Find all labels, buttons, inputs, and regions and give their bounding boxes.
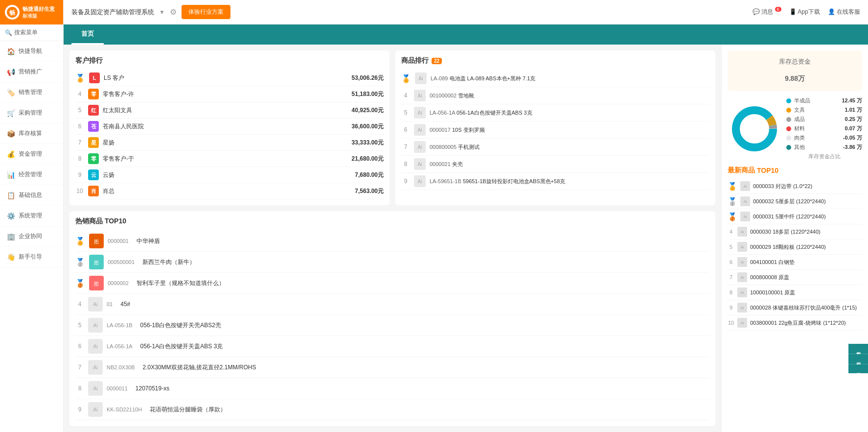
product-info: LA-59651-1B 59651-1B旋转投影灯电池盒ABS黑色+58克 xyxy=(430,178,709,185)
legend-item: 肉类 -0.05 万 xyxy=(786,134,862,142)
sidebar-item-finance[interactable]: 💰 资金管理 xyxy=(0,144,63,165)
app-download[interactable]: 📱 App下载 xyxy=(789,8,820,16)
hot-product-image: 图 xyxy=(89,234,104,248)
customer-badge: 红 xyxy=(88,105,99,116)
svg-text:图: 图 xyxy=(94,281,99,287)
legend-dot xyxy=(786,108,791,113)
ranking-item: 9 云 云扬 7,680.00元 xyxy=(75,167,384,183)
sales-icon: 🏷️ xyxy=(7,89,15,96)
product-item: 5 Ai LA-056-1A 056-1A白色按键开关盖ABS 3克 xyxy=(401,104,709,121)
sidebar-logo: 畅 畅捷通好生意 标准版 xyxy=(0,0,63,24)
product-info: 000800005 手机测试 xyxy=(430,144,709,151)
new-product-image: Ai xyxy=(740,196,750,206)
guide-icon: 👋 xyxy=(7,253,15,261)
product-info: LA-056-1A 056-1A白色按键开关盖ABS 3克 xyxy=(430,109,709,117)
sidebar-item-sales[interactable]: 🏷️ 销售管理 xyxy=(0,82,63,103)
search-icon: 🔍 xyxy=(5,29,12,36)
sidebar-item-quick-nav[interactable]: 🏠 快捷导航 xyxy=(0,41,63,62)
system-name: 装备及固定资产辅助管理系统 xyxy=(71,8,154,17)
hot-products-title: 热销商品 TOP10 xyxy=(75,217,709,226)
legend-dot xyxy=(786,136,791,141)
new-products-title: 最新商品 TOP10 xyxy=(728,166,862,175)
float-live-chat[interactable]: 直播 xyxy=(848,364,868,373)
customer-ranking-panel: 客户排行 🏅 L LS 客户 53,006.26元 4 零 零售客户-许 xyxy=(69,50,389,205)
legend-dot xyxy=(786,126,791,131)
inventory-value: 9.88万 xyxy=(734,69,855,84)
medal-icon: 🥈 xyxy=(75,258,85,267)
sidebar-search[interactable]: 🔍 搜索菜单 xyxy=(0,24,63,41)
sidebar-item-enterprise[interactable]: 🏢 企业协同 xyxy=(0,226,63,247)
customer-badge: 苍 xyxy=(88,121,99,132)
hot-product-item: 🥈 图 000500001 新西兰牛肉（新牛） xyxy=(75,252,709,273)
gear-icon[interactable]: ⚙ xyxy=(170,7,177,17)
sidebar-item-operations[interactable]: 📊 经营管理 xyxy=(0,165,63,185)
ranking-item: 10 肖 肖总 7,563.00元 xyxy=(75,183,384,199)
ranking-item: 4 零 零售客户-许 51,183.00元 xyxy=(75,86,384,102)
new-product-image: Ai xyxy=(737,272,747,282)
customer-badge: L xyxy=(89,72,100,83)
ranking-item: 7 星 星扬 33,333.00元 xyxy=(75,135,384,151)
sidebar-item-inventory[interactable]: 📦 库存核算 xyxy=(0,123,63,144)
purchase-icon: 🛒 xyxy=(7,109,15,117)
customer-badge: 星 xyxy=(88,137,99,148)
new-product-item: 4 Ai 0000030 18多层 (1220*2440) xyxy=(728,224,862,240)
ranking-item: 6 苍 苍南县人民医院 36,600.00元 xyxy=(75,119,384,135)
legend-dot xyxy=(786,117,791,122)
product-ranking-title: 商品排行 22 xyxy=(401,56,709,65)
product-item: 9 Ai LA-59651-1B 59651-1B旋转投影灯电池盒ABS黑色+5… xyxy=(401,173,709,190)
sidebar-item-marketing[interactable]: 📢 营销推广 xyxy=(0,62,63,82)
new-product-item: 9 Ai 0000028 体键嘉枝味苏打饮品400毫升 (1*15) xyxy=(728,300,862,315)
hot-products-panel: 热销商品 TOP10 🏅 图 0000001 中华神盾 🥈 图 00050000… xyxy=(69,211,715,426)
marketing-icon: 📢 xyxy=(7,68,15,76)
product-item: 4 Ai 001000002 雪地靴 xyxy=(401,87,709,104)
sidebar-item-guide[interactable]: 👋 新手引导 xyxy=(0,247,63,267)
ranking-item: 🏅 L LS 客户 53,006.26元 xyxy=(75,70,384,86)
svg-text:畅: 畅 xyxy=(9,9,15,16)
medal-icon: 🏅 xyxy=(75,237,85,246)
new-product-item: 7 Ai 000800008 原盖 xyxy=(728,270,862,285)
customer-service-link[interactable]: 👤 在线客服 xyxy=(828,8,860,16)
sidebar-item-basic-info[interactable]: 📋 基础信息 xyxy=(0,185,63,206)
inventory-card: 库存总资金 9.88万 xyxy=(728,50,862,91)
right-panel: 库存总资金 9.88万 xyxy=(721,45,868,432)
new-product-item: 6 Ai 004100001 白钢垫 xyxy=(728,255,862,270)
hot-product-image: Ai xyxy=(88,360,103,375)
topbar: 装备及固定资产辅助管理系统 ▼ ⚙ 体验行业方案 💬 消息 6 📱 App下载 … xyxy=(64,0,868,24)
hot-product-image: Ai xyxy=(88,381,103,396)
medal-gold-icon: 🏅 xyxy=(75,73,85,83)
tab-home[interactable]: 首页 xyxy=(71,24,104,45)
legend-item: 材料 0.07 万 xyxy=(786,125,862,132)
trial-button[interactable]: 体验行业方案 xyxy=(182,5,230,19)
customer-badge: 零 xyxy=(88,153,99,164)
hot-product-item: 🏅 图 0000001 中华神盾 xyxy=(75,231,709,252)
float-service-community[interactable]: 服务社区 xyxy=(848,354,868,364)
content: 客户排行 🏅 L LS 客户 53,006.26元 4 零 零售客户-许 xyxy=(64,45,868,432)
hot-product-item: 7 Ai NB2.0X30B 2.0X30MM双搓花轴,搓花直径2.1MM/RO… xyxy=(75,357,709,378)
finance-icon: 💰 xyxy=(7,150,15,158)
message-area[interactable]: 💬 消息 6 xyxy=(753,8,781,16)
hot-product-item: 8 Ai 0000011 12070519-xs xyxy=(75,378,709,399)
product-image: Ai xyxy=(415,72,427,84)
medal-icon: 🏅 xyxy=(728,182,737,191)
new-product-image: Ai xyxy=(737,288,747,297)
sidebar-item-purchase[interactable]: 🛒 采购管理 xyxy=(0,103,63,123)
dropdown-icon[interactable]: ▼ xyxy=(159,9,165,16)
hot-product-image: Ai xyxy=(88,297,103,312)
ranking-item: 8 零 零售客户-于 21,680.00元 xyxy=(75,151,384,167)
sidebar: 畅 畅捷通好生意 标准版 🔍 搜索菜单 🏠 快捷导航 📢 营销推广 🏷️ 销售管… xyxy=(0,0,64,432)
product-image: Ai xyxy=(414,141,426,153)
legend-item: 其他 -3.86 万 xyxy=(786,144,862,151)
product-image: Ai xyxy=(414,107,426,119)
medal-icon: 🥈 xyxy=(728,197,737,206)
ranking-item: 5 红 红太阳文具 40,925.00元 xyxy=(75,102,384,119)
svg-text:图: 图 xyxy=(94,260,99,265)
float-customer-service[interactable]: 客服热线 xyxy=(848,344,868,354)
sidebar-logo-text: 畅捷通好生意 标准版 xyxy=(23,5,55,19)
sidebar-item-system[interactable]: ⚙️ 系统管理 xyxy=(0,206,63,226)
svg-text:图: 图 xyxy=(94,239,99,244)
new-products-section: 最新商品 TOP10 🏅 Ai 0000033 封边带 (1.0*22) 🥈 A… xyxy=(728,166,862,426)
customer-ranking-title: 客户排行 xyxy=(75,56,384,65)
new-product-item: 🥉 Ai 0000031 5厘中纤 (1220*2440) xyxy=(728,209,862,224)
product-info: 0000021 夹壳 xyxy=(430,161,709,168)
basic-info-icon: 📋 xyxy=(7,192,15,199)
